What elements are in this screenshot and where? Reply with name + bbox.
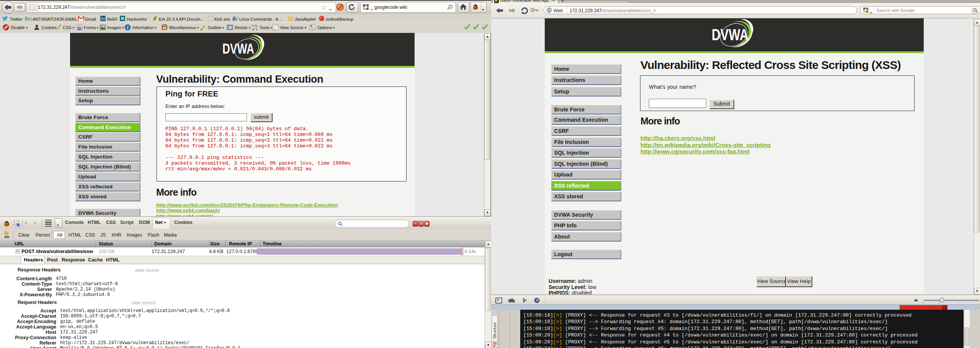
- svg-text:DVWA: DVWA: [712, 26, 748, 44]
- svg-text:DVWA: DVWA: [222, 41, 254, 57]
